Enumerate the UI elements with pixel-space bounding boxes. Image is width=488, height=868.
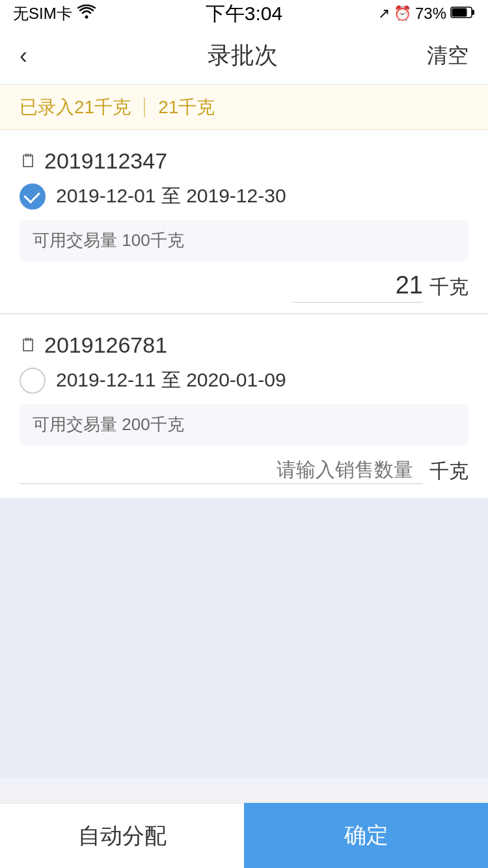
battery-label: 73% bbox=[415, 5, 446, 23]
card1-available: 可用交易量 100千克 bbox=[20, 220, 468, 261]
battery-icon bbox=[450, 5, 475, 23]
doc-icon-1: 🗒 bbox=[20, 150, 38, 172]
card1-header: 🗒 2019112347 bbox=[20, 148, 468, 174]
empty-area bbox=[0, 498, 488, 778]
clear-button[interactable]: 清空 bbox=[427, 42, 468, 70]
svg-rect-3 bbox=[452, 8, 467, 17]
radio-2[interactable] bbox=[20, 368, 46, 394]
batch-id-2: 2019126781 bbox=[44, 332, 167, 358]
status-left: 无SIM卡 bbox=[13, 3, 96, 24]
back-button[interactable]: ‹ bbox=[20, 42, 59, 70]
bottom-bar: 自动分配 确定 bbox=[0, 803, 488, 868]
entered-value: 21千克 bbox=[158, 95, 215, 120]
quantity-input-2[interactable] bbox=[20, 459, 423, 481]
carrier-label: 无SIM卡 bbox=[13, 3, 72, 24]
status-bar: 无SIM卡 下午3:04 ↗ ⏰ 73% bbox=[0, 0, 488, 27]
card2-header: 🗒 2019126781 bbox=[20, 332, 468, 358]
input-unit-2: 千克 bbox=[429, 458, 468, 485]
batch-card-2: 🗒 2019126781 2019-12-11 至 2020-01-09 可用交… bbox=[0, 314, 488, 445]
doc-icon-2: 🗒 bbox=[20, 334, 38, 356]
card2-input-row[interactable]: 千克 bbox=[0, 445, 488, 498]
batch-card-1: 🗒 2019112347 2019-12-01 至 2019-12-30 可用交… bbox=[0, 130, 488, 261]
location-icon: ↗ bbox=[378, 5, 390, 22]
alarm-icon: ⏰ bbox=[394, 5, 411, 22]
info-banner: 已录入21千克 21千克 bbox=[0, 85, 488, 130]
quantity-value-1: 21 bbox=[396, 271, 423, 299]
banner-divider bbox=[144, 98, 145, 117]
card2-available: 可用交易量 200千克 bbox=[20, 404, 468, 445]
status-time: 下午3:04 bbox=[206, 1, 282, 27]
card1-date: 2019-12-01 至 2019-12-30 bbox=[56, 183, 286, 210]
quantity-unit-1: 千克 bbox=[429, 274, 468, 301]
wifi-icon bbox=[77, 5, 96, 23]
batch-id-1: 2019112347 bbox=[44, 148, 167, 174]
card1-quantity-row: 21 千克 bbox=[0, 261, 488, 313]
svg-point-0 bbox=[85, 16, 88, 19]
status-right: ↗ ⏰ 73% bbox=[378, 5, 475, 23]
svg-rect-2 bbox=[472, 10, 474, 15]
page-title: 录批次 bbox=[208, 40, 278, 72]
entered-label: 已录入21千克 bbox=[20, 95, 131, 120]
confirm-button[interactable]: 确定 bbox=[244, 803, 488, 868]
nav-bar: ‹ 录批次 清空 bbox=[0, 27, 488, 85]
radio-1[interactable] bbox=[20, 183, 46, 210]
card2-date: 2019-12-11 至 2020-01-09 bbox=[56, 367, 286, 394]
input-underline-2[interactable] bbox=[20, 459, 423, 484]
card2-date-row[interactable]: 2019-12-11 至 2020-01-09 bbox=[20, 367, 468, 394]
auto-distribute-button[interactable]: 自动分配 bbox=[0, 803, 244, 868]
card1-date-row[interactable]: 2019-12-01 至 2019-12-30 bbox=[20, 183, 468, 210]
quantity-display: 21 bbox=[293, 271, 423, 303]
